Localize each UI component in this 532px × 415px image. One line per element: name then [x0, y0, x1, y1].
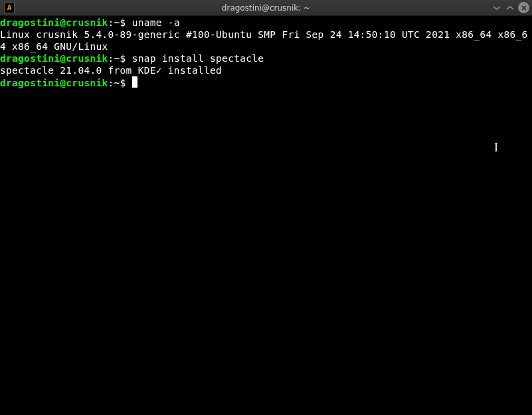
prompt-separator: :: [108, 53, 114, 64]
terminal-output: spectacle 21.04.0 from KDE✓ installed: [0, 64, 532, 76]
text-cursor-icon: I: [494, 141, 498, 153]
prompt-path: ~: [114, 53, 120, 64]
prompt-separator: :: [108, 78, 114, 88]
prompt-dollar: $: [120, 53, 132, 64]
command-text: uname -a: [132, 17, 180, 28]
close-button[interactable]: [518, 2, 529, 13]
app-icon-glyph: A: [7, 4, 12, 11]
terminal-content[interactable]: dragostini@crusnik:~$ uname -a Linux cru…: [0, 16, 532, 415]
window-title: dragostini@crusnik: ~: [222, 3, 310, 13]
block-cursor: [132, 76, 138, 88]
prompt-dollar: $: [120, 17, 132, 28]
prompt-separator: :: [108, 17, 114, 28]
minimize-button[interactable]: [491, 3, 502, 13]
prompt-user-host: dragostini@crusnik: [0, 53, 108, 64]
command-text: snap install spectacle: [132, 53, 264, 64]
window-titlebar[interactable]: A dragostini@crusnik: ~: [0, 0, 532, 16]
prompt-dollar: $: [120, 78, 132, 88]
prompt-user-host: dragostini@crusnik: [0, 78, 108, 88]
chevron-up-icon: [506, 5, 514, 11]
app-icon: A: [4, 3, 15, 13]
terminal-line: dragostini@crusnik:~$: [0, 76, 532, 89]
terminal-line: dragostini@crusnik:~$ snap install spect…: [0, 52, 532, 64]
chevron-down-icon: [493, 5, 501, 11]
terminal-line: dragostini@crusnik:~$ uname -a: [0, 17, 532, 29]
close-icon: [521, 5, 527, 11]
prompt-path: ~: [114, 78, 120, 88]
window-controls: [491, 2, 529, 13]
maximize-button[interactable]: [505, 3, 515, 13]
prompt-path: ~: [114, 17, 120, 28]
prompt-user-host: dragostini@crusnik: [0, 17, 108, 28]
terminal-output: Linux crusnik 5.4.0-89-generic #100-Ubun…: [0, 29, 532, 52]
